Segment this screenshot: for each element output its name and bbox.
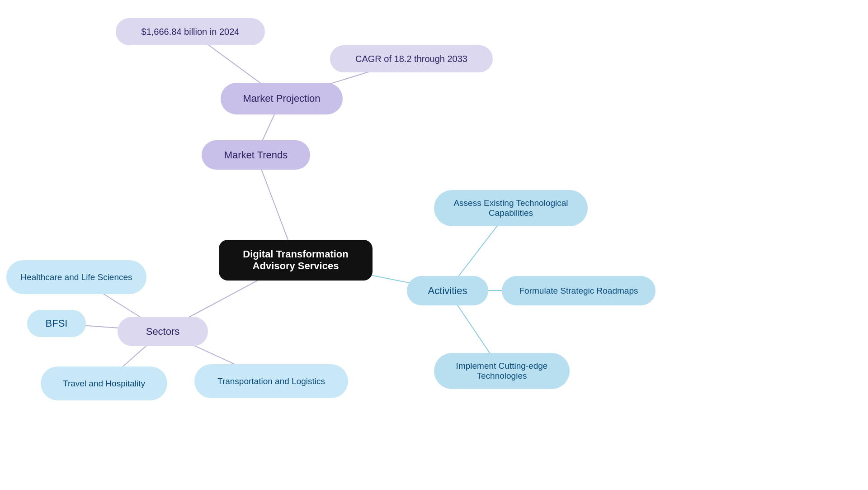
transport-node[interactable]: Transportation and Logistics [194, 364, 348, 398]
travel-label: Travel and Hospitality [63, 379, 145, 389]
cagr-label: CAGR of 18.2 through 2033 [355, 54, 467, 64]
market-projection-node[interactable]: Market Projection [221, 83, 343, 114]
market-trends-node[interactable]: Market Trends [202, 140, 310, 170]
activities-label: Activities [428, 285, 467, 297]
healthcare-label: Healthcare and Life Sciences [20, 272, 132, 282]
healthcare-node[interactable]: Healthcare and Life Sciences [6, 260, 146, 294]
center-node[interactable]: Digital Transformation Advisory Services [219, 240, 373, 281]
travel-node[interactable]: Travel and Hospitality [41, 366, 167, 400]
center-label: Digital Transformation Advisory Services [230, 248, 362, 272]
assess-node[interactable]: Assess Existing Technological Capabiliti… [434, 190, 588, 226]
cagr-node[interactable]: CAGR of 18.2 through 2033 [330, 45, 493, 72]
formulate-label: Formulate Strategic Roadmaps [519, 286, 638, 296]
market-projection-label: Market Projection [243, 93, 320, 105]
bfsi-label: BFSI [46, 318, 68, 329]
bfsi-node[interactable]: BFSI [27, 310, 86, 337]
sectors-label: Sectors [146, 326, 180, 338]
market-trends-label: Market Trends [224, 149, 288, 161]
sectors-node[interactable]: Sectors [118, 317, 208, 346]
activities-node[interactable]: Activities [407, 276, 488, 305]
formulate-node[interactable]: Formulate Strategic Roadmaps [502, 276, 656, 305]
billion-node[interactable]: $1,666.84 billion in 2024 [116, 18, 265, 45]
transport-label: Transportation and Logistics [217, 376, 325, 386]
assess-label: Assess Existing Technological Capabiliti… [445, 198, 577, 218]
implement-label: Implement Cutting-edge Technologies [445, 361, 559, 381]
billion-label: $1,666.84 billion in 2024 [142, 27, 240, 37]
implement-node[interactable]: Implement Cutting-edge Technologies [434, 353, 570, 389]
